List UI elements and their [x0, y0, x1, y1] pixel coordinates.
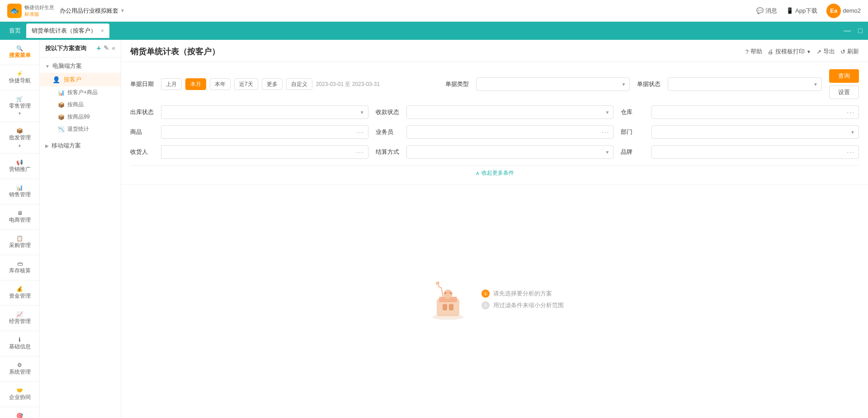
tree-item-customer-product[interactable]: 📊 按客户+商品 [40, 86, 121, 99]
customer-icon: 👤 [52, 76, 60, 83]
date-btn-this-year[interactable]: 本年 [210, 78, 231, 90]
query-button[interactable]: 查询 [829, 69, 859, 83]
doc-status-input[interactable]: ▼ [668, 77, 822, 91]
tree-item-return-stats[interactable]: 📉 退货统计 [40, 123, 121, 135]
tree-arrow-icon: ▼ [45, 64, 50, 69]
left-panel: 按以下方案查询 + ✎ « ▼ 电脑端方案 👤 按客户 📊 按客户+商品 📦 [40, 40, 121, 418]
department-input[interactable]: ▼ [651, 125, 859, 139]
date-btn-this-month[interactable]: 本月 [185, 78, 206, 90]
edit-scheme-button[interactable]: ✎ [104, 44, 109, 52]
content-area: 销货单统计表（按客户） ? 帮助 🖨 按模板打印 ▼ ↗ 导出 ↺ 刷新 [121, 40, 868, 418]
date-btn-7days[interactable]: 近7天 [234, 78, 258, 90]
collapse-up-icon: ∧ [476, 170, 480, 176]
sidebar-item-sales[interactable]: 📊 销售管理 [0, 179, 39, 204]
tree-group-desktop-header[interactable]: ▼ 电脑端方案 [40, 59, 121, 73]
sidebar-item-finance[interactable]: 💰 资金管理 [0, 280, 39, 306]
brand-input[interactable]: ··· [651, 145, 859, 159]
tree-arrow-icon: ▶ [45, 143, 49, 148]
top-nav-left: 🐟 畅捷信好生意 标准版 办公用品行业模拟账套 ▼ [7, 4, 125, 18]
refresh-icon: ↺ [840, 48, 845, 55]
export-icon: ↗ [816, 48, 821, 55]
ecommerce-icon: 🖥 [2, 210, 38, 216]
app-selector[interactable]: 办公用品行业模拟账套 ▼ [60, 7, 125, 15]
dots-icon: ··· [847, 148, 855, 156]
retail-icon: 🛒 [2, 96, 38, 102]
tab-active[interactable]: 销货单统计表（按客户） × [26, 24, 109, 38]
collab-icon: 🤝 [2, 387, 38, 394]
sidebar-item-retail[interactable]: 🛒 零售管理 ▼ [0, 90, 39, 122]
sidebar-item-ecommerce[interactable]: 🖥 电商管理 [0, 204, 39, 230]
chevron-down-icon: ▼ [18, 111, 22, 116]
user-nav-area[interactable]: Ea demo2 [826, 4, 861, 18]
settings-button[interactable]: 设置 [829, 86, 859, 99]
product-input[interactable]: ··· [161, 125, 368, 139]
finance-icon: 💰 [2, 286, 38, 292]
sidebar-item-tutorial[interactable]: 🎯 新手引导 [0, 407, 39, 418]
warehouse-label: 仓库 [621, 108, 648, 116]
tab-home[interactable]: 首页 [4, 24, 26, 38]
dots-icon: ··· [602, 128, 610, 136]
tree-item-product99[interactable]: 📦 按商品99 [40, 111, 121, 123]
date-label: 单据日期 [130, 80, 157, 88]
sidebar-item-wholesale[interactable]: 📦 批发管理 ▲ [0, 122, 39, 154]
help-button[interactable]: ? 帮助 [745, 48, 762, 56]
sidebar-item-marketing[interactable]: 📢 营销推广 [0, 154, 39, 179]
refresh-button[interactable]: ↺ 刷新 [840, 48, 859, 56]
outbound-status-input[interactable]: ▼ [161, 105, 368, 119]
tree-item-by-product[interactable]: 📦 按商品 [40, 99, 121, 111]
sidebar-item-collab[interactable]: 🤝 企业协同 [0, 382, 39, 407]
sidebar-item-inventory[interactable]: 🗃 库存核算 [0, 255, 39, 280]
receiver-field: 收货人 ··· [130, 145, 368, 159]
doc-type-input[interactable]: ▼ [476, 77, 630, 91]
collapse-bar[interactable]: ∧ 收起更多条件 [130, 165, 859, 180]
settlement-field: 结算方式 ▼ [376, 145, 614, 159]
svg-rect-7 [449, 304, 453, 310]
date-range-text: 2023-03-01 至 2023-03-31 [316, 81, 380, 88]
sidebar-item-basic-info[interactable]: ℹ 基础信息 [0, 331, 39, 356]
top-nav-right: 💬 消息 📱 App下载 Ea demo2 [756, 4, 861, 18]
add-scheme-button[interactable]: + [97, 44, 101, 52]
sidebar-item-purchase[interactable]: 📋 采购管理 [0, 230, 39, 255]
tree-item-by-customer[interactable]: 👤 按客户 [40, 73, 121, 86]
receiver-input[interactable]: ··· [161, 145, 368, 159]
chevron-down-icon: ▼ [605, 110, 609, 115]
chevron-up-icon: ▲ [18, 143, 22, 147]
sidebar-item-operations[interactable]: 📈 经营管理 [0, 306, 39, 331]
filter-row-1: 单据日期 上月 本月 本年 近7天 更多 自定义 2023-03-01 至 20… [130, 69, 859, 99]
purchase-icon: 📋 [2, 235, 38, 242]
help-icon: ? [745, 48, 749, 55]
export-button[interactable]: ↗ 导出 [816, 48, 835, 56]
tab-bar: 首页 销货单统计表（按客户） × — □ [0, 22, 868, 40]
warehouse-field: 仓库 ··· [621, 105, 859, 119]
maximize-icon[interactable]: □ [856, 25, 864, 37]
sidebar-item-search[interactable]: 🔍 搜索菜单 [0, 40, 39, 65]
payment-status-input[interactable]: ▼ [406, 105, 614, 119]
return-icon: 📉 [58, 126, 65, 133]
tab-close-icon[interactable]: × [101, 28, 104, 34]
tree-group-desktop: ▼ 电脑端方案 👤 按客户 📊 按客户+商品 📦 按商品 📦 按商品99 📉 [40, 57, 121, 137]
print-arrow-icon: ▼ [807, 49, 811, 54]
basic-info-icon: ℹ [2, 337, 38, 343]
salesperson-input[interactable]: ··· [406, 125, 614, 139]
date-btn-custom[interactable]: 自定义 [286, 78, 312, 90]
download-icon: 📱 [786, 7, 793, 14]
warehouse-input[interactable]: ··· [651, 105, 859, 119]
message-nav-button[interactable]: 💬 消息 [756, 7, 777, 15]
department-field: 部门 ▼ [621, 125, 859, 139]
page-header: 销货单统计表（按客户） ? 帮助 🖨 按模板打印 ▼ ↗ 导出 ↺ 刷新 [121, 40, 868, 62]
print-button[interactable]: 🖨 按模板打印 ▼ [768, 48, 811, 56]
panel-header: 按以下方案查询 + ✎ « [40, 40, 121, 57]
inventory-icon: 🗃 [2, 261, 38, 267]
outbound-status-field: 出库状态 ▼ [130, 105, 368, 119]
sidebar-item-quicknav[interactable]: ⚡ 快捷导航 [0, 65, 39, 90]
minimize-icon[interactable]: — [842, 25, 853, 37]
doc-type-label: 单据类型 [445, 80, 472, 88]
settlement-input[interactable]: ▼ [406, 145, 614, 159]
download-nav-button[interactable]: 📱 App下载 [786, 7, 817, 15]
tree-group-mobile-header[interactable]: ▶ 移动端方案 [40, 139, 121, 152]
chevron-down-icon: ▼ [850, 130, 855, 135]
date-btn-more[interactable]: 更多 [262, 78, 283, 90]
date-btn-last-month[interactable]: 上月 [161, 78, 182, 90]
sidebar-item-system[interactable]: ⚙ 系统管理 [0, 356, 39, 382]
collapse-panel-button[interactable]: « [112, 44, 115, 52]
